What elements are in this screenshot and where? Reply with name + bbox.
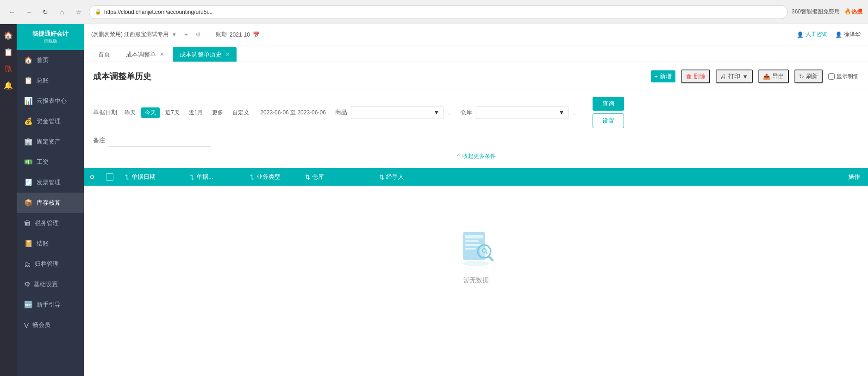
search-text: 360智能抠图免费用 xyxy=(792,8,840,16)
table-col-actions: 操作 xyxy=(840,173,868,181)
page-actions: + 新增 🗑 删除 🖨 打印 ▼ 📤 导出 xyxy=(651,69,859,83)
sidebar-item-reports[interactable]: 📊 云报表中心 xyxy=(17,91,84,111)
product-select-box[interactable]: ▼ xyxy=(351,106,443,119)
app-logo: 畅捷通好会计 旗舰版 xyxy=(17,24,84,50)
settings-icon: ⚙ xyxy=(24,280,30,288)
page-content: 成本调整单历史 + 新增 🗑 删除 🖨 打印 ▼ xyxy=(84,62,868,376)
query-label: 查询 xyxy=(602,100,614,107)
table-header: ⚙ ⇅ 单据日期 ⇅ 单据... ⇅ 业务类型 xyxy=(84,168,868,186)
sidebar-item-guide[interactable]: 🆕 新手引导 xyxy=(17,295,84,315)
tab-cost-adjust-close-icon[interactable]: ✕ xyxy=(160,51,164,57)
filter-row-remark: 备注 xyxy=(93,134,859,147)
user-service-btn[interactable]: 👤 人工咨询 xyxy=(797,31,828,38)
sidebar-item-funds[interactable]: 💰 资金管理 xyxy=(17,111,84,132)
icon-bar-menu1[interactable]: 📋 xyxy=(1,44,16,59)
table-col-handler[interactable]: ⇅ 经手人 xyxy=(374,173,448,181)
logo-sub: 旗舰版 xyxy=(44,38,57,44)
browser-bar: ← → ↻ ⌂ ☆ 🔒 https://cloud.chanjet.com/ac… xyxy=(0,0,868,24)
sidebar-item-inventory[interactable]: 📦 库存核算 xyxy=(17,193,84,213)
date-btn-custom[interactable]: 自定义 xyxy=(229,107,253,118)
sidebar-label-vip: 畅会员 xyxy=(32,321,50,329)
page-header: 成本调整单历史 + 新增 🗑 删除 🖨 打印 ▼ xyxy=(84,62,868,89)
table-col-date[interactable]: ⇅ 单据日期 xyxy=(119,173,184,181)
user-name: 徐泽华 xyxy=(844,31,861,38)
address-bar[interactable]: 🔒 https://cloud.chanjet.com/accounting/u… xyxy=(89,5,788,19)
tab-cost-adjust[interactable]: 成本调整单 ✕ xyxy=(119,47,171,62)
tab-cost-adjust-history[interactable]: 成本调整单历史 ✕ xyxy=(173,47,237,62)
refresh-button[interactable]: ↻ 刷新 xyxy=(794,69,823,83)
refresh-button[interactable]: ↻ xyxy=(39,6,52,19)
remark-input[interactable] xyxy=(109,134,211,147)
user-info[interactable]: 👤 徐泽华 xyxy=(835,31,861,38)
funds-icon: 💰 xyxy=(24,117,33,125)
sidebar-item-settings[interactable]: ⚙ 基础设置 xyxy=(17,274,84,295)
date-btn-yesterday[interactable]: 昨天 xyxy=(121,107,139,118)
icon-bar-weibo[interactable]: 微 xyxy=(1,61,16,76)
sidebar-item-vip[interactable]: V 畅会员 xyxy=(17,315,84,335)
home-button[interactable]: ⌂ xyxy=(56,6,69,19)
table-col-type[interactable]: ⇅ 业务类型 xyxy=(244,173,300,181)
browser-tools: 360智能抠图免费用 🔥热搜 xyxy=(792,8,862,16)
sidebar-item-tax[interactable]: 🏛 税务管理 xyxy=(17,213,84,233)
export-button[interactable]: 📤 导出 xyxy=(758,69,789,83)
lock-icon: 🔒 xyxy=(95,9,101,15)
table-col-warehouse[interactable]: ⇅ 仓库 xyxy=(300,173,374,181)
date-btn-today[interactable]: 今天 xyxy=(141,107,160,118)
filter-settings-button[interactable]: 设置 xyxy=(593,113,624,128)
sidebar-item-archive[interactable]: 🗂 归档管理 xyxy=(17,254,84,274)
calendar-icon[interactable]: 📅 xyxy=(253,31,260,38)
star-button[interactable]: ☆ xyxy=(72,6,85,19)
col-date-sort-icon: ⇅ xyxy=(125,174,130,181)
warehouse-more-btn[interactable]: ... xyxy=(571,109,576,116)
delete-button[interactable]: 🗑 删除 xyxy=(681,69,710,83)
date-filter-label: 单据日期 xyxy=(93,108,117,117)
sidebar-item-assets[interactable]: 🏢 固定资产 xyxy=(17,132,84,152)
product-more-btn[interactable]: ... xyxy=(446,109,451,116)
col-handler-label: 经手人 xyxy=(386,173,404,181)
settings-gear-icon[interactable]: ⚙ xyxy=(195,31,201,38)
print-button[interactable]: 🖨 打印 ▼ xyxy=(716,69,753,83)
tab-home[interactable]: 首页 xyxy=(91,47,117,62)
period-label: 账期 xyxy=(216,31,227,38)
sidebar-label-archive: 归档管理 xyxy=(35,260,59,268)
table-col-settings[interactable]: ⚙ xyxy=(84,174,100,181)
back-button[interactable]: ← xyxy=(6,6,19,19)
table-container: ⚙ ⇅ 单据日期 ⇅ 单据... ⇅ 业务类型 xyxy=(84,168,868,322)
date-btn-1month[interactable]: 近1月 xyxy=(185,107,207,118)
table-settings-icon: ⚙ xyxy=(89,174,95,181)
sidebar-label-payroll: 工资 xyxy=(37,158,49,166)
sidebar-item-payroll[interactable]: 💵 工资 xyxy=(17,152,84,172)
icon-bar-home[interactable]: 🏠 xyxy=(1,28,16,43)
date-btn-more[interactable]: 更多 xyxy=(208,107,227,118)
filter-settings-label: 设置 xyxy=(602,117,614,124)
col-num-sort-icon: ⇅ xyxy=(189,174,194,181)
table-col-num[interactable]: ⇅ 单据... xyxy=(184,173,244,181)
sidebar-item-invoice[interactable]: 🧾 发票管理 xyxy=(17,172,84,193)
sidebar-item-home[interactable]: 🏠 首页 xyxy=(17,50,84,70)
empty-text: 暂无数据 xyxy=(463,276,489,285)
col-date-label: 单据日期 xyxy=(131,173,156,181)
display-toggle-checkbox[interactable] xyxy=(828,73,835,80)
sidebar-item-close[interactable]: 📔 结账 xyxy=(17,233,84,254)
close-book-icon: 📔 xyxy=(24,239,33,248)
remark-filter-label: 备注 xyxy=(93,136,105,144)
forward-button[interactable]: → xyxy=(22,6,35,19)
add-workspace-btn[interactable]: + xyxy=(184,31,188,38)
filter-area: 单据日期 昨天 今天 近7天 近1月 更多 自定义 2023-06-06 至 2… xyxy=(84,89,868,168)
new-button[interactable]: + 新增 xyxy=(651,70,676,82)
tab-cost-adjust-history-close-icon[interactable]: ✕ xyxy=(225,51,230,57)
select-all-checkbox[interactable] xyxy=(106,173,113,181)
date-btn-7days[interactable]: 近7天 xyxy=(162,107,183,118)
workspace-selector[interactable]: (勿删勿禁用) 江西服宝测试专用 ▼ xyxy=(91,31,177,38)
collapse-btn[interactable]: ⌃ 收起更多条件 xyxy=(456,152,496,160)
warehouse-filter-label: 仓库 xyxy=(460,108,472,117)
vip-icon: V xyxy=(24,321,29,329)
warehouse-select-box[interactable]: ▼ xyxy=(476,106,568,119)
guide-icon: 🆕 xyxy=(24,301,33,309)
sidebar-item-ledger[interactable]: 📋 总账 xyxy=(17,70,84,91)
svg-rect-3 xyxy=(465,240,479,242)
icon-bar-menu2[interactable]: 🔔 xyxy=(1,78,16,93)
user-service-label: 人工咨询 xyxy=(806,31,828,38)
query-button[interactable]: 查询 xyxy=(593,97,624,111)
table-col-checkbox[interactable] xyxy=(100,173,119,181)
